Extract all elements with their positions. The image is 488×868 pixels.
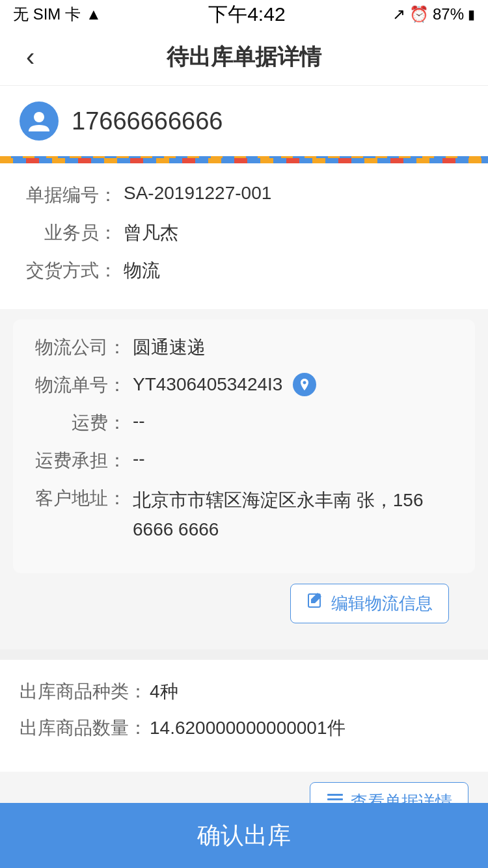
stats-section: 出库商品种类： 4种 出库商品数量： 14.620000000000001件 [0, 660, 488, 772]
battery-text: 87% [433, 5, 464, 23]
delivery-method-row: 交货方式： 物流 [20, 258, 468, 283]
freight-bearer-row: 运费承担： -- [29, 448, 459, 473]
tracking-value: YT43064053424I3 [133, 373, 459, 396]
order-number-value: SA-20191227-001 [124, 183, 468, 204]
product-types-label: 出库商品种类： [20, 679, 150, 704]
dashed-separator [0, 158, 488, 163]
alarm-icon: ⏰ [409, 5, 429, 23]
section-divider [0, 649, 488, 660]
address-value: 北京市市辖区海淀区永丰南 张，156 6666 6666 [133, 486, 459, 545]
svg-rect-3 [327, 798, 343, 800]
page-title: 待出库单据详情 [167, 42, 321, 72]
svg-rect-2 [327, 794, 343, 796]
edit-logistics-row: 编辑物流信息 [0, 584, 488, 649]
status-right: ↗ ⏰ 87% ▮ [392, 5, 475, 23]
back-button[interactable]: ‹ [20, 36, 41, 78]
product-qty-label: 出库商品数量： [20, 716, 150, 740]
sales-person-value: 曾凡杰 [124, 221, 468, 245]
nav-bar: ‹ 待出库单据详情 [0, 29, 488, 86]
product-qty-row: 出库商品数量： 14.620000000000001件 [20, 716, 468, 740]
status-time: 下午4:42 [208, 1, 285, 28]
sales-person-label: 业务员： [20, 221, 124, 245]
edit-icon [306, 592, 325, 615]
logistics-company-row: 物流公司： 圆通速递 [29, 335, 459, 360]
edit-logistics-button[interactable]: 编辑物流信息 [290, 584, 449, 623]
freight-bearer-label: 运费承担： [29, 448, 133, 473]
tracking-location-icon[interactable] [293, 373, 316, 396]
status-bar: 无 SIM 卡 ▲ 下午4:42 ↗ ⏰ 87% ▮ [0, 0, 488, 29]
product-qty-value: 14.620000000000001件 [150, 716, 346, 740]
product-types-value: 4种 [150, 679, 178, 704]
wifi-icon: ▲ [86, 5, 102, 23]
order-number-row: 单据编号： SA-20191227-001 [20, 183, 468, 208]
order-number-label: 单据编号： [20, 183, 124, 208]
product-types-row: 出库商品种类： 4种 [20, 679, 468, 704]
tracking-row: 物流单号： YT43064053424I3 [29, 373, 459, 398]
address-row: 客户地址： 北京市市辖区海淀区永丰南 张，156 6666 6666 [29, 486, 459, 545]
address-label: 客户地址： [29, 486, 133, 511]
tracking-label: 物流单号： [29, 373, 133, 398]
carrier-text: 无 SIM 卡 [13, 4, 81, 25]
confirm-stockout-button[interactable]: 确认出库 [0, 803, 488, 868]
logistics-card: 物流公司： 圆通速递 物流单号： YT43064053424I3 运费： -- … [13, 319, 475, 573]
logistics-company-label: 物流公司： [29, 335, 133, 360]
location-status-icon: ↗ [392, 5, 405, 23]
status-left: 无 SIM 卡 ▲ [13, 4, 102, 25]
customer-header: 17666666666 [0, 86, 488, 158]
delivery-method-value: 物流 [124, 258, 468, 283]
freight-label: 运费： [29, 411, 133, 435]
confirm-stockout-label: 确认出库 [197, 820, 291, 852]
freight-row: 运费： -- [29, 411, 459, 435]
freight-bearer-value: -- [133, 448, 459, 469]
edit-logistics-label: 编辑物流信息 [331, 592, 433, 615]
sales-person-row: 业务员： 曾凡杰 [20, 221, 468, 245]
logistics-company-value: 圆通速递 [133, 335, 459, 360]
delivery-method-label: 交货方式： [20, 258, 124, 283]
avatar [20, 102, 59, 141]
order-info-section: 单据编号： SA-20191227-001 业务员： 曾凡杰 交货方式： 物流 [0, 163, 488, 309]
svg-point-0 [34, 112, 44, 122]
freight-value: -- [133, 411, 459, 431]
battery-icon: ▮ [468, 7, 475, 22]
customer-phone: 17666666666 [72, 107, 223, 135]
